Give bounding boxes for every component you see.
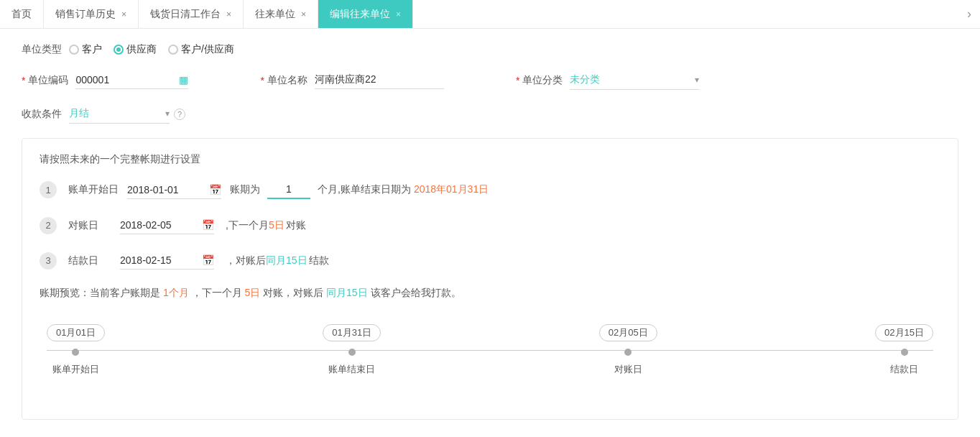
tab-more-button[interactable]: › xyxy=(958,6,980,22)
unit-category-label: 单位分类 xyxy=(522,74,563,87)
period-input[interactable] xyxy=(267,180,310,199)
row-num-1: 1 xyxy=(40,181,57,198)
row-desc-3a: ，对账后 xyxy=(226,254,266,267)
payment-terms-help[interactable]: ? xyxy=(174,109,185,120)
tab-sales-history[interactable]: 销售订单历史 × xyxy=(44,0,139,28)
preview-suffix: 该客户会给我打款。 xyxy=(371,287,461,298)
unit-category-group: * 单位分类 未分类 ▾ xyxy=(516,70,699,90)
timeline-container: 01月01日 账单开始日 01月31日 账单结束日 02月05日 xyxy=(40,317,940,405)
unit-code-field-wrap: ▦ xyxy=(75,71,188,89)
radio-customer-circle xyxy=(69,45,79,55)
row-num-2: 2 xyxy=(40,217,57,234)
tab-home[interactable]: 首页 xyxy=(0,0,44,28)
payment-terms-row: 收款条件 月结 ▾ ? xyxy=(22,104,958,124)
timeline-node-1: 01月01日 账单开始日 xyxy=(47,324,105,376)
preview-period: 1个月 xyxy=(163,287,189,298)
unit-code-icon[interactable]: ▦ xyxy=(179,74,188,86)
reconcile-date-calendar-icon[interactable]: 📅 xyxy=(202,219,214,231)
unit-name-input[interactable] xyxy=(315,71,444,88)
node-4-label: 结款日 xyxy=(890,363,918,376)
preview-label: 账期预览：当前客户账期是 xyxy=(40,287,160,298)
reconcile-date-input[interactable] xyxy=(120,216,199,234)
radio-customer-supplier[interactable]: 客户/供应商 xyxy=(168,43,234,56)
node-2-label: 账单结束日 xyxy=(328,363,375,376)
tab-partner-label: 往来单位 xyxy=(255,8,295,21)
node-2-dot xyxy=(348,349,356,356)
node-3-label: 对账日 xyxy=(614,363,642,376)
timeline-nodes: 01月01日 账单开始日 01月31日 账单结束日 02月05日 xyxy=(47,324,933,376)
node-3-badge: 02月05日 xyxy=(599,324,657,341)
payment-date-calendar-icon[interactable]: 📅 xyxy=(202,254,214,266)
tab-cash-work-label: 钱货日清工作台 xyxy=(150,8,221,21)
row-desc-3b-highlight: 同月15日 xyxy=(266,254,308,267)
payment-date-input[interactable] xyxy=(120,252,199,269)
tab-edit-partner-label: 编辑往来单位 xyxy=(330,8,390,21)
unit-code-group: * 单位编码 ▦ xyxy=(22,71,188,89)
unit-name-group: * 单位名称 xyxy=(260,71,443,89)
start-date-calendar-icon[interactable]: 📅 xyxy=(209,184,221,196)
unit-category-star: * xyxy=(516,75,519,86)
row-desc-2b-highlight: 5日 xyxy=(269,219,285,232)
row-label-3: 结款日 xyxy=(68,254,111,267)
timeline-node-4: 02月15日 结款日 xyxy=(875,324,933,376)
radio-customer-supplier-circle xyxy=(168,45,178,55)
node-1-badge: 01月01日 xyxy=(47,324,105,341)
radio-supplier[interactable]: 供应商 xyxy=(114,43,157,56)
node-1-label: 账单开始日 xyxy=(52,363,99,376)
unit-category-select[interactable]: 未分类 ▾ xyxy=(570,70,699,90)
radio-supplier-label: 供应商 xyxy=(126,43,157,56)
payment-terms-group: 收款条件 月结 ▾ ? xyxy=(22,104,185,124)
node-4-badge: 02月15日 xyxy=(875,324,933,341)
tab-cash-work[interactable]: 钱货日清工作台 × xyxy=(139,0,244,28)
unit-category-value: 未分类 xyxy=(570,73,692,86)
tabs-bar: 首页 销售订单历史 × 钱货日清工作台 × 往来单位 × 编辑往来单位 × › xyxy=(0,0,980,29)
unit-type-row: 单位类型 客户 供应商 客户/供应商 xyxy=(22,43,958,56)
preview-text: 账期预览：当前客户账期是 1个月 ，下一个月 5日 对账，对账后 同月15日 该… xyxy=(40,287,940,300)
unit-info-row: * 单位编码 ▦ * 单位名称 * 单位分类 未分类 ▾ xyxy=(22,70,958,90)
payment-terms-arrow: ▾ xyxy=(165,109,170,119)
tab-edit-partner-close[interactable]: × xyxy=(396,9,401,19)
unit-type-label: 单位类型 xyxy=(22,43,62,56)
timeline-node-2: 01月31日 账单结束日 xyxy=(323,324,381,376)
tab-sales-history-label: 销售订单历史 xyxy=(55,8,116,21)
unit-type-radio-group: 客户 供应商 客户/供应商 xyxy=(69,43,234,56)
main-content: 单位类型 客户 供应商 客户/供应商 * 单位编码 xyxy=(0,29,980,437)
radio-customer[interactable]: 客户 xyxy=(69,43,102,56)
unit-name-star: * xyxy=(260,75,264,86)
payment-terms-select[interactable]: 月结 ▾ xyxy=(69,104,170,124)
preview-reconcile-day: 5日 xyxy=(244,287,260,298)
node-2-badge: 01月31日 xyxy=(323,324,381,341)
row-desc-3c: 结款 xyxy=(309,254,329,267)
setting-row-3: 3 结款日 📅 ，对账后 同月15日 结款 xyxy=(40,252,940,270)
row-desc-2c: 对账 xyxy=(286,219,306,232)
row-desc-2a: ,下一个月 xyxy=(226,219,269,232)
preview-payment-day: 同月15日 xyxy=(326,287,368,298)
tab-partner-close[interactable]: × xyxy=(301,9,306,19)
timeline: 01月01日 账单开始日 01月31日 账单结束日 02月05日 xyxy=(47,324,933,376)
tab-home-label: 首页 xyxy=(11,8,32,21)
tab-cash-work-close[interactable]: × xyxy=(226,9,231,19)
tab-edit-partner[interactable]: 编辑往来单位 × xyxy=(318,0,413,28)
unit-name-field-wrap xyxy=(315,71,444,89)
payment-terms-value: 月结 xyxy=(69,107,162,120)
preview-sep2: 对账，对账后 xyxy=(263,287,323,298)
setting-row-1: 1 账单开始日 📅 账期为 个月,账单结束日期为 2018年01月31日 xyxy=(40,180,940,199)
unit-code-star: * xyxy=(22,75,25,86)
reconcile-date-wrap: 📅 xyxy=(120,216,214,234)
unit-code-input[interactable] xyxy=(75,71,176,88)
start-date-input[interactable] xyxy=(127,181,206,198)
tab-partner[interactable]: 往来单位 × xyxy=(244,0,318,28)
row-label-1: 账单开始日 xyxy=(68,183,119,196)
timeline-node-3: 02月05日 对账日 xyxy=(599,324,657,376)
unit-name-label: 单位名称 xyxy=(267,74,308,87)
end-date-highlight: 2018年01月31日 xyxy=(414,183,489,196)
radio-customer-label: 客户 xyxy=(82,43,102,56)
tab-sales-history-close[interactable]: × xyxy=(121,9,126,19)
radio-supplier-circle xyxy=(114,45,124,55)
preview-sep1: ，下一个月 xyxy=(192,287,242,298)
row-desc-1a: 账期为 xyxy=(230,183,260,196)
settings-card: 请按照未来的一个完整帐期进行设置 1 账单开始日 📅 账期为 个月,账单结束日期… xyxy=(22,138,958,420)
row-desc-1b: 个月,账单结束日期为 xyxy=(318,183,411,196)
start-date-wrap: 📅 xyxy=(127,181,221,199)
node-3-dot xyxy=(624,349,632,356)
